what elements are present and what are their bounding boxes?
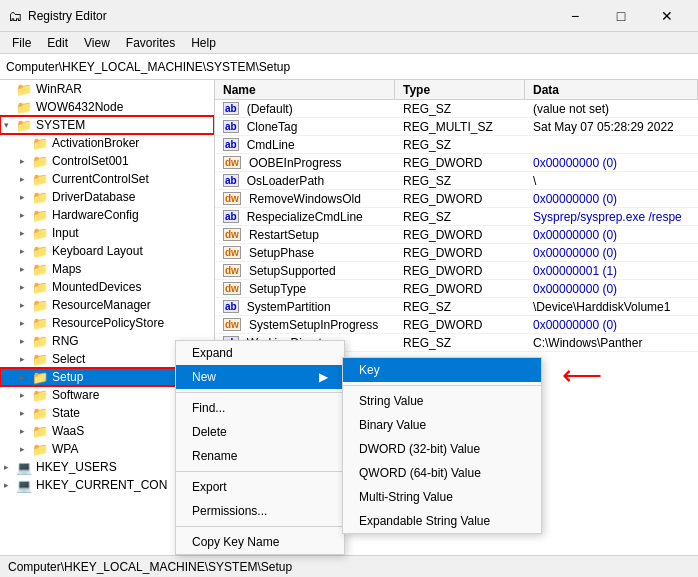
tree-item[interactable]: ▸📁HardwareConfig [0, 206, 214, 224]
value-row[interactable]: dwRestartSetupREG_DWORD0x00000000 (0) [215, 226, 698, 244]
value-name-text: SystemPartition [247, 300, 331, 314]
tree-item[interactable]: ▸📁MountedDevices [0, 278, 214, 296]
tree-item[interactable]: ▾📁SYSTEM [0, 116, 214, 134]
tree-item[interactable]: ▸📁ResourceManager [0, 296, 214, 314]
value-name-cell: dwOOBEInProgress [215, 156, 395, 170]
value-name-cell: dwSetupType [215, 282, 395, 296]
folder-icon: 📁 [32, 136, 48, 151]
folder-icon: 📁 [32, 172, 48, 187]
value-row[interactable]: dwOOBEInProgressREG_DWORD0x00000000 (0) [215, 154, 698, 172]
value-type-icon: dw [223, 318, 241, 331]
menu-item-view[interactable]: View [76, 34, 118, 52]
value-name-text: SetupPhase [249, 246, 314, 260]
hive-icon: 💻 [16, 460, 32, 475]
menu-item-edit[interactable]: Edit [39, 34, 76, 52]
value-name-cell: abCmdLine [215, 138, 395, 152]
tree-arrow-icon: ▸ [20, 264, 32, 274]
value-type-cell: REG_SZ [395, 336, 525, 350]
tree-arrow-icon: ▸ [20, 390, 32, 400]
sub-menu-item[interactable]: Binary Value [343, 413, 541, 437]
menu-item-file[interactable]: File [4, 34, 39, 52]
value-name-cell: dwSystemSetupInProgress [215, 318, 395, 332]
tree-item-label: Keyboard Layout [52, 244, 143, 258]
value-type-icon: ab [223, 102, 239, 115]
tree-item-label: SYSTEM [36, 118, 85, 132]
tree-item[interactable]: ▸📁Keyboard Layout [0, 242, 214, 260]
tree-item-label: HKEY_USERS [36, 460, 117, 474]
sub-menu-item[interactable]: Multi-String Value [343, 485, 541, 509]
tree-item-label: WinRAR [36, 82, 82, 96]
sub-menu-item[interactable]: Expandable String Value [343, 509, 541, 533]
header-type: Type [395, 80, 525, 99]
value-row[interactable]: abOsLoaderPathREG_SZ\ [215, 172, 698, 190]
value-name-text: (Default) [247, 102, 293, 116]
tree-item-label: HKEY_CURRENT_CON [36, 478, 167, 492]
context-menu-item[interactable]: Export [176, 475, 344, 499]
sub-menu-item[interactable]: QWORD (64-bit) Value [343, 461, 541, 485]
tree-arrow-icon: ▸ [20, 246, 32, 256]
value-type-icon: dw [223, 192, 241, 205]
close-button[interactable]: ✕ [644, 0, 690, 32]
context-menu-separator [176, 526, 344, 527]
value-name-cell: abRespecializeCmdLine [215, 210, 395, 224]
tree-arrow-icon: ▸ [20, 210, 32, 220]
folder-icon: 📁 [16, 82, 32, 97]
tree-item-label: MountedDevices [52, 280, 141, 294]
context-menu-item[interactable]: Copy Key Name [176, 530, 344, 554]
tree-arrow-icon: ▸ [20, 444, 32, 454]
value-name-text: CmdLine [247, 138, 295, 152]
context-menu-item[interactable]: Find... [176, 396, 344, 420]
folder-icon: 📁 [32, 388, 48, 403]
value-name-cell: dwRestartSetup [215, 228, 395, 242]
tree-item[interactable]: 📁ActivationBroker [0, 134, 214, 152]
tree-arrow-icon: ▸ [20, 192, 32, 202]
menu-item-favorites[interactable]: Favorites [118, 34, 183, 52]
value-row[interactable]: dwSystemSetupInProgressREG_DWORD0x000000… [215, 316, 698, 334]
value-type-icon: dw [223, 156, 241, 169]
tree-item[interactable]: ▸📁CurrentControlSet [0, 170, 214, 188]
tree-item[interactable]: 📁WinRAR [0, 80, 214, 98]
maximize-button[interactable]: □ [598, 0, 644, 32]
tree-item[interactable]: ▸📁Input [0, 224, 214, 242]
tree-item-label: ResourceManager [52, 298, 151, 312]
value-row[interactable]: dwSetupTypeREG_DWORD0x00000000 (0) [215, 280, 698, 298]
value-data-cell: \Device\HarddiskVolume1 [525, 300, 698, 314]
value-row[interactable]: abRespecializeCmdLineREG_SZSysprep/syspr… [215, 208, 698, 226]
tree-item-label: HardwareConfig [52, 208, 139, 222]
value-row[interactable]: dwSetupSupportedREG_DWORD0x00000001 (1) [215, 262, 698, 280]
value-name-text: OsLoaderPath [247, 174, 324, 188]
tree-item[interactable]: ▸📁ResourcePolicyStore [0, 314, 214, 332]
tree-item-label: ResourcePolicyStore [52, 316, 164, 330]
value-row[interactable]: dwSetupPhaseREG_DWORD0x00000000 (0) [215, 244, 698, 262]
folder-icon: 📁 [32, 226, 48, 241]
sub-menu-item[interactable]: DWORD (32-bit) Value [343, 437, 541, 461]
value-name-cell: abCloneTag [215, 120, 395, 134]
value-row[interactable]: ab(Default)REG_SZ(value not set) [215, 100, 698, 118]
value-row[interactable]: abCmdLineREG_SZ [215, 136, 698, 154]
value-data-cell: Sat May 07 05:28:29 2022 [525, 120, 698, 134]
value-row[interactable]: dwRemoveWindowsOldREG_DWORD0x00000000 (0… [215, 190, 698, 208]
context-menu-item[interactable]: Permissions... [176, 499, 344, 523]
sub-menu-item[interactable]: String Value [343, 389, 541, 413]
tree-item-label: Input [52, 226, 79, 240]
context-menu-item[interactable]: Delete [176, 420, 344, 444]
tree-item[interactable]: ▸📁DriverDatabase [0, 188, 214, 206]
value-data-cell: 0x00000000 (0) [525, 246, 698, 260]
tree-item[interactable]: ▸📁Maps [0, 260, 214, 278]
value-row[interactable]: abSystemPartitionREG_SZ\Device\HarddiskV… [215, 298, 698, 316]
tree-item[interactable]: ▸📁ControlSet001 [0, 152, 214, 170]
value-name-text: CloneTag [247, 120, 298, 134]
minimize-button[interactable]: − [552, 0, 598, 32]
folder-icon: 📁 [32, 154, 48, 169]
tree-arrow-icon: ▸ [20, 336, 32, 346]
tree-arrow-icon: ▸ [4, 462, 16, 472]
tree-item[interactable]: 📁WOW6432Node [0, 98, 214, 116]
tree-item-label: WaaS [52, 424, 84, 438]
context-menu-new-item[interactable]: New▶ [176, 365, 344, 389]
context-menu-item[interactable]: Expand [176, 341, 344, 365]
sub-menu-item[interactable]: Key [343, 358, 541, 382]
context-menu-item[interactable]: Rename [176, 444, 344, 468]
folder-icon: 📁 [16, 118, 32, 133]
value-row[interactable]: abCloneTagREG_MULTI_SZSat May 07 05:28:2… [215, 118, 698, 136]
menu-item-help[interactable]: Help [183, 34, 224, 52]
